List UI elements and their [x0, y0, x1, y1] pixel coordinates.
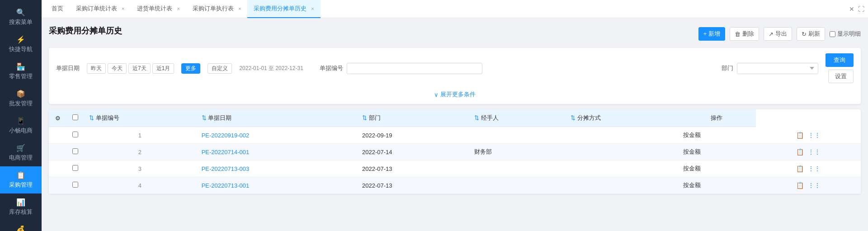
export-icon: ↗ — [769, 31, 774, 38]
row-action-1: 📋 ⋮⋮ — [756, 127, 861, 144]
sort-icon-date[interactable]: ⇅ — [202, 114, 207, 121]
add-button[interactable]: + 新增 — [698, 27, 725, 41]
sidebar-label-wholesale: 批发管理 — [9, 99, 33, 108]
table-header-checkbox[interactable] — [67, 109, 84, 127]
tab-close-inbound-stats[interactable]: × — [177, 6, 179, 11]
row-sn-link-1[interactable]: PE-20220919-002 — [202, 132, 250, 139]
date-range-display: 2022-01-01 至 2022-12-31 — [239, 65, 303, 72]
row-edit-icon-3[interactable]: 📋 — [796, 165, 804, 172]
date-btn-今天[interactable]: 今天 — [108, 63, 127, 74]
close-window-btn[interactable]: ✕ — [849, 5, 854, 13]
quicknav-icon: ⚡ — [16, 35, 25, 44]
date-btn-近1月[interactable]: 近1月 — [152, 63, 175, 74]
finance-icon: 💰 — [16, 225, 25, 231]
row-checkbox-1[interactable] — [67, 127, 84, 144]
table-header-handler: ⇅ 经手人 — [469, 109, 565, 127]
sidebar-label-retail: 零售管理 — [9, 72, 33, 80]
date-more-btn[interactable]: 更多 — [181, 63, 200, 74]
search-icon: 🔍 — [16, 8, 25, 17]
tab-purchase-cost-history[interactable]: 采购费用分摊单历史× — [247, 0, 320, 18]
row-handler-1 — [565, 127, 678, 144]
sort-icon-sn[interactable]: ⇅ — [89, 114, 94, 121]
query-button[interactable]: 查询 — [826, 53, 854, 67]
sidebar-item-retail[interactable]: 🏪零售管理 — [0, 58, 42, 85]
table-row: 1 PE-20220919-002 2022-09-19 按金额 📋 ⋮⋮ — [49, 127, 861, 144]
wholesale-icon: 📦 — [16, 90, 25, 98]
row-gear-1[interactable] — [49, 127, 67, 144]
tab-controls: ✕ ⛶ — [849, 5, 864, 13]
row-checkbox-4[interactable] — [67, 177, 84, 194]
row-sn-3: PE-20220713-003 — [196, 160, 357, 177]
export-button[interactable]: ↗ 导出 — [764, 27, 792, 41]
table-row: 2 PE-20220714-001 2022-07-14 财务部 按金额 📋 ⋮… — [49, 144, 861, 160]
row-edit-icon-4[interactable]: 📋 — [796, 182, 804, 189]
row-gear-3[interactable] — [49, 160, 67, 177]
row-sn-link-3[interactable]: PE-20220713-003 — [202, 165, 250, 172]
sidebar-item-finance[interactable]: 💰资金管理 — [0, 221, 42, 231]
row-edit-icon-2[interactable]: 📋 — [796, 148, 804, 156]
tab-label-home: 首页 — [52, 5, 63, 13]
sidebar-item-purchase[interactable]: 📋采购管理 — [0, 166, 42, 193]
sidebar-item-inventory[interactable]: 📊库存核算 — [0, 193, 42, 221]
sidebar-item-wholesale[interactable]: 📦批发管理 — [0, 85, 42, 112]
settings-button[interactable]: 设置 — [828, 70, 854, 83]
sort-icon-alloc[interactable]: ⇅ — [571, 114, 576, 121]
fullscreen-btn[interactable]: ⛶ — [858, 5, 864, 13]
row-more-icon-4[interactable]: ⋮⋮ — [808, 182, 821, 189]
row-dept-1 — [469, 127, 565, 144]
tab-home[interactable]: 首页 — [45, 0, 70, 18]
tab-close-purchase-order-stats[interactable]: × — [122, 6, 124, 11]
sidebar: 🔍搜索菜单⚡快捷导航🏪零售管理📦批发管理📱小畅电商🛒电商管理📋采购管理📊库存核算… — [0, 0, 42, 231]
tab-close-purchase-order-exec[interactable]: × — [238, 6, 241, 11]
row-sn-1: PE-20220919-002 — [196, 127, 357, 144]
tab-label-inbound-stats: 进货单统计表 — [137, 5, 172, 13]
date-custom-btn[interactable]: 自定义 — [208, 63, 232, 74]
table-header-dept: ⇅ 部门 — [357, 109, 469, 127]
tab-label-purchase-order-stats: 采购订单统计表 — [76, 5, 117, 13]
sort-icon-dept[interactable]: ⇅ — [362, 114, 367, 121]
tab-bar: 首页采购订单统计表×进货单统计表×采购订单执行表×采购费用分摊单历史× ✕ ⛶ — [42, 0, 868, 18]
ecommerce-icon: 🛒 — [16, 144, 25, 152]
row-alloc-2: 按金额 — [678, 144, 756, 160]
row-alloc-1: 按金额 — [678, 127, 756, 144]
row-more-icon-2[interactable]: ⋮⋮ — [808, 148, 821, 156]
row-checkbox-2[interactable] — [67, 144, 84, 160]
sidebar-item-search[interactable]: 🔍搜索菜单 — [0, 4, 42, 31]
sort-icon-handler[interactable]: ⇅ — [474, 114, 479, 121]
row-edit-icon-1[interactable]: 📋 — [796, 132, 804, 139]
sidebar-label-miniapp: 小畅电商 — [9, 127, 33, 135]
sidebar-label-search: 搜索菜单 — [9, 18, 33, 26]
dept-select[interactable]: 财务部 — [737, 63, 818, 74]
row-date-4: 2022-07-13 — [357, 177, 469, 194]
row-checkbox-3[interactable] — [67, 160, 84, 177]
delete-button[interactable]: 🗑 删除 — [730, 27, 759, 41]
row-num-2: 2 — [84, 144, 196, 160]
tab-purchase-order-stats[interactable]: 采购订单统计表× — [70, 0, 131, 18]
tab-close-purchase-cost-history[interactable]: × — [311, 6, 314, 11]
row-gear-2[interactable] — [49, 144, 67, 160]
row-gear-4[interactable] — [49, 177, 67, 194]
table-body: 1 PE-20220919-002 2022-09-19 按金额 📋 ⋮⋮ 2 … — [49, 127, 861, 194]
sidebar-item-quicknav[interactable]: ⚡快捷导航 — [0, 31, 42, 58]
row-more-icon-3[interactable]: ⋮⋮ — [808, 165, 821, 172]
sidebar-label-inventory: 库存核算 — [9, 208, 33, 216]
expand-conditions-btn[interactable]: ∨ 展开更多条件 — [434, 90, 476, 99]
row-sn-link-4[interactable]: PE-20220713-001 — [202, 182, 250, 189]
row-sn-2: PE-20220714-001 — [196, 144, 357, 160]
show-columns-check[interactable]: 显示明细 — [830, 30, 861, 38]
date-btn-近7天[interactable]: 近7天 — [128, 63, 151, 74]
sidebar-item-miniapp[interactable]: 📱小畅电商 — [0, 112, 42, 139]
table-header-settings[interactable]: ⚙ — [49, 109, 67, 127]
tab-purchase-order-exec[interactable]: 采购订单执行表× — [186, 0, 247, 18]
tab-inbound-stats[interactable]: 进货单统计表× — [131, 0, 186, 18]
sidebar-item-ecommerce[interactable]: 🛒电商管理 — [0, 139, 42, 166]
row-sn-link-2[interactable]: PE-20220714-001 — [202, 149, 250, 156]
refresh-button[interactable]: ↻ 刷新 — [797, 27, 825, 41]
row-more-icon-1[interactable]: ⋮⋮ — [808, 132, 821, 139]
sn-input[interactable] — [347, 63, 482, 74]
page-title: 采购费用分摊单历史 — [49, 25, 122, 36]
table-header-date: ⇅ 单据日期 — [196, 109, 357, 127]
miniapp-icon: 📱 — [16, 117, 25, 125]
date-btn-昨天[interactable]: 昨天 — [87, 63, 106, 74]
sidebar-label-ecommerce: 电商管理 — [9, 154, 33, 162]
